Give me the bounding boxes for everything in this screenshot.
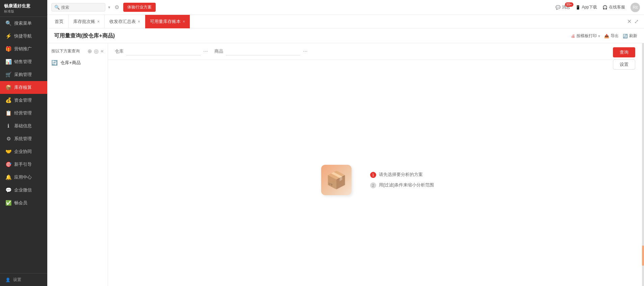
page-header: 可用量查询(按仓库+商品) 🖨 按模板打印 ▾ 📤 导出 🔄 刷新 [47,28,644,43]
chevron-down-icon[interactable]: ▾ [108,5,110,10]
sidebar-item-wechat[interactable]: 💬 企业微信 [0,184,47,197]
sidebar-item-purchase[interactable]: 🛒 采购管理 [0,68,47,81]
sidebar-item-label: 新手引导 [14,161,32,167]
tip-text-2: 用[过滤]条件来缩小分析范围 [379,182,434,188]
industry-solution-button[interactable]: 体验行业方案 [123,3,156,12]
sidebar-item-label: 经营管理 [14,110,32,116]
sidebar-item-system[interactable]: ⚙ 系统管理 [0,132,47,145]
tab-label: 收发存汇总表 [109,19,136,25]
export-icon: 📤 [604,34,609,38]
lightning-icon: ⚡ [5,33,11,39]
query-filter-row: 仓库 ··· 商品 ··· [108,43,613,60]
online-service-label: 在线客服 [609,4,625,10]
print-label: 按模板打印 [576,33,597,39]
sidebar-item-label: 企业协同 [14,149,32,155]
tab-close-icon[interactable]: × [138,19,140,24]
search-box[interactable]: 🔍 [51,3,105,11]
filter-item-warehouse-goods[interactable]: 🔄 仓库+商品 [47,57,108,69]
sidebar-item-management[interactable]: 📋 经营管理 [0,107,47,120]
goods-input[interactable] [226,47,300,55]
empty-tip-1: 1 请先选择要分析的方案 [370,172,434,178]
print-template-button[interactable]: 🖨 按模板打印 ▾ [571,33,600,39]
main-content: 🔍 ▾ ⚙ 体验行业方案 💬 消息 99+ 📱 App下载 🎧 在线客服 Rit [47,0,644,286]
sidebar-item-nav[interactable]: ⚡ 快捷导航 [0,30,47,43]
sidebar-item-label: 搜索菜单 [14,20,32,26]
goods-more-icon[interactable]: ··· [303,48,307,54]
sidebar-item-enterprise[interactable]: 🤝 企业协同 [0,145,47,158]
sidebar-item-search[interactable]: 🔍 搜索菜单 [0,17,47,30]
export-button[interactable]: 📤 导出 [604,33,619,39]
collapse-icon[interactable]: « [101,48,104,54]
tab-home[interactable]: 首页 [50,15,69,28]
cart-icon: 🛒 [5,72,11,78]
warehouse-more-icon[interactable]: ··· [203,48,208,54]
query-button[interactable]: 查询 [613,47,635,57]
sidebar-bottom: 👤 设置 [0,273,47,286]
tab-summary-table[interactable]: 收发存汇总表 × [105,15,145,28]
warehouse-input[interactable] [126,47,201,55]
sidebar-item-member[interactable]: ✅ 畅会员 [0,197,47,209]
refresh-button[interactable]: 🔄 刷新 [623,33,637,39]
handshake-icon: 🤝 [5,149,11,155]
topbar: 🔍 ▾ ⚙ 体验行业方案 💬 消息 99+ 📱 App下载 🎧 在线客服 Rit [47,0,644,15]
search-icon: 🔍 [5,20,11,26]
tip-number-2: 2 [370,182,376,188]
check-icon: ✅ [5,200,11,206]
tab-label: 可用量库存账本 [150,19,181,25]
goods-label: 商品 [214,48,223,54]
gear-icon[interactable]: ⚙ [113,3,121,12]
tab-batch-account[interactable]: 库存批次账 × [69,15,105,28]
maximize-icon[interactable]: ⤢ [634,18,639,25]
info-icon: ℹ [5,123,11,129]
search-icon: 🔍 [54,5,60,10]
tab-label: 库存批次账 [73,19,95,25]
refresh-label: 刷新 [629,33,637,39]
gear-icon: ⚙ [5,136,11,142]
sidebar-bottom-label: 设置 [13,277,21,283]
tab-close-icon[interactable]: × [97,19,100,24]
sidebar-item-app-center[interactable]: 🔔 应用中心 [0,171,47,184]
page-actions: 🖨 按模板打印 ▾ 📤 导出 🔄 刷新 [571,33,637,39]
app-download-link[interactable]: 📱 App下载 [575,4,597,10]
app-version: 标准版 [4,9,43,14]
sidebar-item-label: 企业微信 [14,187,32,193]
warehouse-filter-group: 仓库 ··· [115,47,208,55]
right-scrollbar[interactable] [642,43,644,286]
search-input[interactable] [61,5,102,10]
filter-panel: 按以下方案查询 ⊕ ◎ « 🔄 仓库+商品 [47,43,108,286]
filter-header-icons: ⊕ ◎ « [87,48,104,54]
user-profile[interactable]: Rit [630,3,640,12]
message-button[interactable]: 💬 消息 99+ [556,4,570,10]
print-icon: 🖨 [571,34,575,38]
tabs-bar: 首页 库存批次账 × 收发存汇总表 × 可用量库存账本 × ✕ ⤢ [47,15,644,28]
user-name: Rit [633,5,638,10]
tab-close-icon[interactable]: × [183,19,185,24]
app-download-label: App下载 [582,4,597,10]
empty-illustration [316,160,357,200]
headset-icon: 🎧 [602,5,608,10]
sidebar-item-finance[interactable]: 💰 资金管理 [0,94,47,107]
warehouse-goods-icon: 🔄 [51,60,58,66]
sidebar-item-sales[interactable]: 📊 销售管理 [0,55,47,68]
sidebar-item-basic-info[interactable]: ℹ 基础信息 [0,120,47,132]
sidebar-item-inventory[interactable]: 📦 库存核算 [0,81,47,94]
empty-tips: 1 请先选择要分析的方案 2 用[过滤]条件来缩小分析范围 [370,172,434,188]
add-scheme-icon[interactable]: ⊕ [87,48,92,54]
chevron-down-icon: ▾ [598,34,600,38]
settings-scheme-icon[interactable]: ◎ [94,48,99,54]
tab-available-qty[interactable]: 可用量库存账本 × [145,15,190,28]
sidebar-item-onboarding[interactable]: 🎯 新手引导 [0,158,47,171]
tabs-right-actions: ✕ ⤢ [627,18,641,25]
settings-button[interactable]: 设置 [613,59,635,70]
sidebar-item-marketing[interactable]: 🎁 营销推广 [0,43,47,55]
online-service-link[interactable]: 🎧 在线客服 [602,4,625,10]
scrollbar-thumb [642,245,644,266]
phone-icon: 📱 [575,5,581,10]
message-badge: 99+ [565,2,573,7]
close-window-button[interactable]: ✕ [627,18,632,25]
sidebar-item-label: 库存核算 [14,84,32,90]
refresh-icon: 🔄 [623,34,628,38]
chart-icon: 📊 [5,59,11,65]
sidebar-item-label: 采购管理 [14,72,32,78]
message-icon: 💬 [556,5,561,10]
